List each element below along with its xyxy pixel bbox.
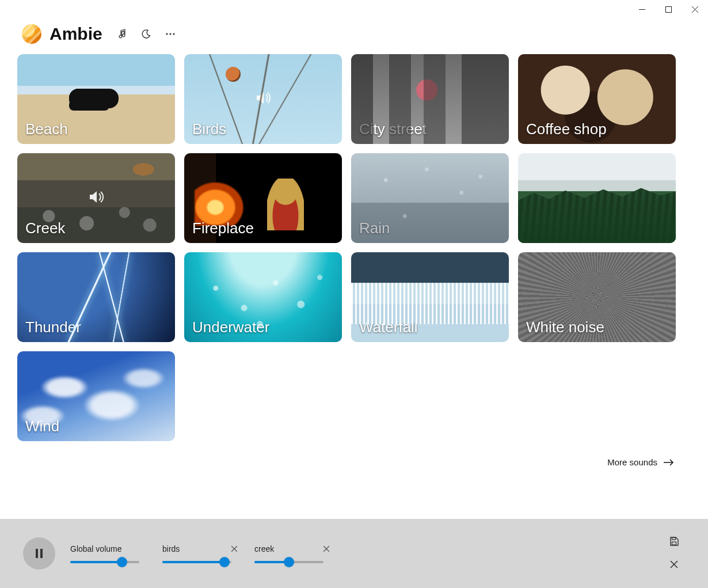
sound-tile-fireplace[interactable]: Fireplace [184, 153, 342, 243]
more-icon [165, 33, 176, 35]
channel-header: creek [254, 544, 329, 554]
sound-tile-label: Rainforest [526, 219, 595, 237]
sound-tile-whitenoise[interactable]: White noise [518, 252, 676, 342]
slider-fill [70, 561, 122, 563]
app-logo-icon [22, 24, 41, 44]
svg-rect-15 [672, 538, 676, 540]
sound-tile-label: Waterfall [359, 318, 418, 336]
sound-tile-coffee[interactable]: Coffee shop [518, 54, 676, 144]
sound-tile-label: Underwater [192, 318, 269, 336]
slider-thumb[interactable] [219, 557, 230, 567]
pause-icon [34, 548, 44, 559]
channel-creek: creek [254, 544, 329, 563]
sound-tile-label: White noise [526, 318, 604, 336]
close-icon [692, 6, 698, 13]
svg-point-5 [169, 33, 171, 35]
volume-slider[interactable] [162, 561, 231, 563]
player-bar: Global volumebirdscreek [0, 519, 708, 588]
svg-rect-8 [36, 549, 38, 558]
window-controls [629, 0, 708, 18]
save-icon [669, 536, 679, 547]
channel-global: Global volume [70, 544, 145, 563]
slider-thumb[interactable] [117, 557, 127, 567]
dismiss-bar-button[interactable] [670, 560, 678, 571]
svg-rect-9 [40, 549, 43, 558]
svg-point-6 [173, 33, 174, 35]
channel-label: Global volume [70, 544, 122, 553]
save-mix-button[interactable] [669, 536, 679, 549]
app-title: Ambie [50, 24, 102, 44]
close-icon [231, 546, 237, 552]
sound-tile-waterfall[interactable]: Waterfall [351, 252, 509, 342]
slider-fill [162, 561, 224, 563]
svg-point-4 [166, 33, 168, 35]
sound-grid: BeachBirdsCity streetCoffee shopCreekFir… [0, 54, 708, 441]
channel-remove-button[interactable] [323, 545, 329, 553]
moon-icon [141, 29, 151, 39]
sound-tile-label: City street [359, 120, 427, 138]
window-close-button[interactable] [682, 0, 708, 18]
sound-tile-birds[interactable]: Birds [184, 54, 342, 144]
channel-label: birds [162, 544, 180, 553]
sound-tile-label: Rain [359, 219, 390, 237]
sound-tile-label: Beach [25, 120, 68, 138]
arrow-right-icon [663, 458, 675, 466]
channel-remove-button[interactable] [231, 545, 237, 553]
sound-tile-thunder[interactable]: Thunder [17, 252, 175, 342]
sound-tile-label: Coffee shop [526, 120, 607, 138]
window-minimize-button[interactable] [629, 0, 655, 18]
player-bar-actions [669, 536, 679, 571]
speaker-icon [86, 187, 106, 209]
sound-tile-label: Fireplace [192, 219, 254, 237]
sound-tile-creek[interactable]: Creek [17, 153, 175, 243]
play-pause-button[interactable] [23, 537, 55, 570]
sound-tile-beach[interactable]: Beach [17, 54, 175, 144]
app-header: Ambie [0, 0, 708, 54]
sound-tile-underwater[interactable]: Underwater [184, 252, 342, 342]
volume-slider[interactable] [254, 561, 323, 563]
close-icon [670, 560, 678, 568]
more-sounds-link[interactable]: More sounds [0, 441, 708, 467]
sound-tile-city[interactable]: City street [351, 54, 509, 144]
dark-mode-button[interactable] [140, 28, 152, 40]
music-note-icon [117, 29, 127, 39]
sound-tile-label: Birds [192, 120, 226, 138]
svg-rect-14 [672, 542, 676, 545]
header-toolbar [116, 28, 176, 40]
channel-header: birds [162, 544, 237, 554]
music-button[interactable] [116, 28, 128, 40]
sound-tile-rain[interactable]: Rain [351, 153, 509, 243]
svg-rect-1 [665, 6, 671, 12]
channel-label: creek [254, 544, 274, 553]
sound-tile-label: Wind [25, 418, 59, 435]
slider-thumb[interactable] [284, 557, 294, 567]
volume-slider[interactable] [70, 561, 139, 563]
speaker-icon [253, 88, 273, 110]
channel-birds: birds [162, 544, 237, 563]
sound-tile-rainforest[interactable]: Rainforest [518, 153, 676, 243]
sound-tile-label: Creek [25, 219, 65, 237]
sound-tile-label: Thunder [25, 318, 81, 336]
maximize-icon [665, 6, 672, 13]
window-maximize-button[interactable] [655, 0, 682, 18]
sound-tile-wind[interactable]: Wind [17, 351, 175, 441]
channel-header: Global volume [70, 544, 145, 554]
minimize-icon [639, 6, 645, 13]
more-sounds-label: More sounds [607, 457, 657, 467]
more-button[interactable] [165, 28, 176, 40]
close-icon [323, 546, 329, 552]
mixer: Global volumebirdscreek [70, 544, 329, 563]
